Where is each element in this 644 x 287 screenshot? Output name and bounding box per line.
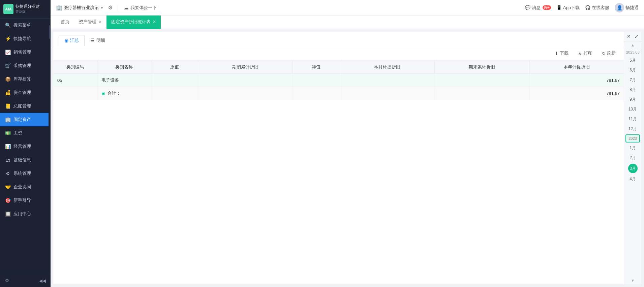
sidebar-item-label: 新手引导 (13, 197, 31, 203)
messages-label: 消息 (532, 5, 541, 11)
sidebar-item-operations[interactable]: 📊 经营管理 (0, 140, 51, 153)
date-month-12[interactable]: 12月 (624, 124, 641, 134)
sidebar-item-fixed-asset[interactable]: 🏢 固定资产 (0, 113, 51, 126)
sidebar-item-label: 库存核算 (13, 76, 31, 82)
inventory-icon: 📦 (5, 76, 11, 82)
col-ending-depr: 期末累计折旧 (434, 61, 529, 74)
print-btn-icon: 🖨 (578, 51, 582, 56)
company-icon: 🏢 (56, 5, 62, 11)
sidebar-item-sales[interactable]: 📈 销售管理 (0, 45, 51, 59)
tab-asset-mgmt-close-icon[interactable]: ✕ (98, 20, 102, 24)
fixed-asset-icon: 🏢 (5, 117, 11, 123)
main-content: 🏢 医疗器械行业演示 ▼ ⚙ ☁ 我要体验一下 💬 消息 99+ 📱 App下载… (51, 0, 644, 287)
sidebar-item-system[interactable]: ⚙ 系统管理 (0, 167, 51, 180)
date-panel-expand-icon[interactable]: ⤢ (635, 34, 639, 39)
company-selector[interactable]: 🏢 医疗器械行业演示 ▼ (56, 5, 104, 11)
search-icon: 🔍 (5, 22, 11, 28)
sidebar-item-finance[interactable]: 💰 资金管理 (0, 86, 51, 99)
sidebar-scrollbar (49, 19, 51, 272)
refresh-button[interactable]: ↻ 刷新 (599, 49, 618, 58)
detail-icon: ☰ (90, 38, 95, 43)
app-download-btn[interactable]: 📱 App下载 (556, 5, 580, 11)
sidebar-settings-icon[interactable]: ⚙ (5, 278, 9, 284)
date-month-8[interactable]: 8月 (624, 85, 641, 95)
topbar-settings-icon[interactable]: ⚙ (108, 4, 113, 11)
tab-home[interactable]: 首页 (56, 15, 74, 29)
date-month-10[interactable]: 10月 (624, 104, 641, 114)
sidebar-item-ledger[interactable]: 📒 总账管理 (0, 99, 51, 113)
content-main: ◉ 汇总 ☰ 明细 ⬇ 下载 🖨 打印 ↻ (53, 32, 624, 284)
date-panel: 2023.03 5月 6月 7月 8月 9月 10月 11月 12月 2023 … (624, 49, 641, 277)
date-year-2023[interactable]: 2023 (625, 134, 640, 142)
tab-depreciation-report[interactable]: 固定资产折旧统计表 ✕ (106, 15, 161, 29)
cell-original-value (151, 74, 198, 87)
date-scroll-down[interactable]: ▼ (624, 277, 641, 284)
online-service-btn[interactable]: 🎧 在线客服 (585, 5, 609, 11)
cooperation-icon: 🤝 (5, 184, 11, 190)
download-icon: 📱 (556, 5, 562, 10)
sidebar-item-basic-info[interactable]: 🗂 基础信息 (0, 153, 51, 167)
tab-home-label: 首页 (61, 19, 69, 25)
cell-net-value (293, 74, 340, 87)
date-month-6[interactable]: 6月 (624, 65, 641, 75)
date-month-9[interactable]: 9月 (624, 95, 641, 104)
download-button[interactable]: ⬇ 下载 (552, 49, 571, 58)
sidebar-item-label: 搜索菜单 (13, 22, 31, 28)
message-icon: 💬 (525, 5, 530, 10)
tab-depreciation-label: 固定资产折旧统计表 (111, 19, 151, 25)
sidebar-item-app-center[interactable]: 🔲 应用中心 (0, 207, 51, 221)
sidebar-item-label: 企业协同 (13, 184, 31, 190)
date-panel-close-icon[interactable]: ✕ (627, 34, 631, 39)
col-monthly-depr: 本月计提折旧 (340, 61, 434, 74)
cell-initial-depr (198, 74, 293, 87)
download-btn-label: 下载 (560, 50, 569, 56)
sub-tab-detail[interactable]: ☰ 明细 (85, 35, 111, 46)
sidebar-collapse-icon[interactable]: ◀◀ (39, 278, 46, 283)
content-area: ◉ 汇总 ☰ 明细 ⬇ 下载 🖨 打印 ↻ (53, 32, 641, 284)
sidebar-item-payroll[interactable]: 💵 工资 (0, 126, 51, 140)
topbar-right: 💬 消息 99+ 📱 App下载 🎧 在线客服 👤 畅捷通 (525, 3, 639, 12)
date-month-4-2023[interactable]: 4月 (624, 174, 641, 184)
sub-tab-summary-label: 汇总 (70, 37, 79, 43)
date-month-1-2023[interactable]: 1月 (624, 143, 641, 153)
app-center-icon: 🔲 (5, 211, 11, 217)
tab-depreciation-close-icon[interactable]: ✕ (153, 20, 156, 24)
date-month-7[interactable]: 7月 (624, 75, 641, 85)
sub-tab-summary[interactable]: ◉ 汇总 (59, 35, 85, 46)
total-icon: ▣ (101, 91, 105, 96)
sub-tab-detail-label: 明细 (96, 37, 105, 43)
sidebar-item-purchase[interactable]: 🛒 采购管理 (0, 59, 51, 72)
sidebar-item-search[interactable]: 🔍 搜索菜单 (0, 19, 51, 32)
sidebar-item-inventory[interactable]: 📦 库存核算 (0, 72, 51, 86)
cloud-icon: ☁ (124, 5, 129, 11)
date-month-11[interactable]: 11月 (624, 114, 641, 124)
sidebar-item-label: 销售管理 (13, 49, 31, 55)
app-download-label: App下载 (563, 5, 580, 11)
date-month-3-2023-selected[interactable]: 3月 (628, 164, 638, 173)
sidebar-footer: ⚙ ◀◀ (0, 274, 51, 287)
finance-icon: 💰 (5, 90, 11, 96)
sidebar-item-label: 基础信息 (13, 157, 31, 163)
tab-asset-mgmt[interactable]: 资产管理 ✕ (74, 15, 106, 29)
app-version: 普及版 (16, 9, 40, 14)
payroll-icon: 💵 (5, 130, 11, 136)
sidebar-item-label: 快捷导航 (13, 36, 31, 42)
date-month-2-2023[interactable]: 2月 (624, 153, 641, 163)
date-month-5-2022[interactable]: 5月 (624, 56, 641, 65)
date-scroll-up[interactable]: ▲ (624, 41, 641, 49)
experience-btn[interactable]: ☁ 我要体验一下 (124, 5, 157, 11)
messages-btn[interactable]: 💬 消息 99+ (525, 5, 551, 11)
topbar-divider (118, 4, 118, 11)
sidebar-item-quick-nav[interactable]: ⚡ 快捷导航 (0, 32, 51, 45)
date-current-label: 2023.03 (624, 49, 641, 56)
sidebar-item-cooperation[interactable]: 🤝 企业协同 (0, 180, 51, 194)
user-btn[interactable]: 👤 畅捷通 (615, 3, 639, 12)
sidebar-item-label: 经营管理 (13, 144, 31, 150)
print-button[interactable]: 🖨 打印 (575, 49, 595, 58)
col-original-value: 原值 (151, 61, 198, 74)
cell-monthly-depr (340, 74, 434, 87)
sidebar-item-guide[interactable]: 🎯 新手引导 (0, 194, 51, 207)
avatar: 👤 (615, 3, 624, 12)
table-row: 05 电子设备 791.67 (53, 74, 624, 87)
cell-annual-depr: 791.67 (529, 74, 624, 87)
